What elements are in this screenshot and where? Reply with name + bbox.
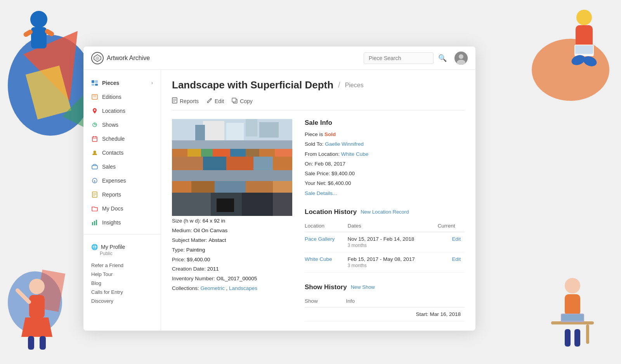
sidebar-item-insights[interactable]: Insights [83, 216, 161, 229]
medium-row: Medium: Oil On Canvas [172, 227, 292, 235]
refer-friend-link[interactable]: Refer a Friend [91, 261, 153, 270]
show-name-0 [305, 307, 346, 321]
svg-rect-81 [259, 149, 275, 157]
sold-to-row: Sold To: Gaelle Winnifred [305, 140, 465, 148]
location-edit-1[interactable]: Edit [452, 256, 461, 262]
sidebar-item-shows[interactable]: Shows [83, 118, 161, 132]
type-row: Type: Painting [172, 247, 292, 254]
sidebar-item-schedule[interactable]: Schedule [83, 132, 161, 146]
svg-rect-39 [95, 84, 98, 86]
new-location-link[interactable]: New Location Record [361, 209, 409, 215]
profile-name[interactable]: 🌐 My Profile [91, 244, 153, 250]
profile-section: 🌐 My Profile Public [91, 244, 153, 256]
net-label: Your Net: [305, 180, 326, 186]
sidebar-item-pieces[interactable]: Pieces › [83, 76, 161, 90]
svg-marker-20 [21, 317, 52, 337]
svg-rect-6 [36, 270, 65, 312]
sidebar-item-mydocs[interactable]: My Docs [83, 202, 161, 216]
size-value: 64 x 92 in [203, 218, 226, 224]
chevron-icon: › [151, 80, 153, 86]
artwork-image[interactable] [172, 119, 292, 216]
user-avatar[interactable] [454, 52, 468, 65]
col-show: Show [305, 295, 346, 307]
svg-rect-57 [92, 222, 93, 225]
reports-button[interactable]: Reports [172, 97, 199, 105]
svg-rect-72 [259, 122, 279, 138]
sidebar-bottom: 🌐 My Profile Public Refer a Friend Help … [83, 239, 161, 310]
svg-point-34 [459, 54, 463, 59]
blog-link[interactable]: Blog [91, 279, 153, 288]
search-input[interactable] [364, 52, 434, 64]
insights-icon [91, 219, 98, 226]
col-current: Current [437, 220, 465, 232]
from-location-link[interactable]: White Cube [341, 151, 369, 157]
svg-rect-77 [201, 149, 213, 157]
svg-rect-14 [575, 45, 593, 54]
sidebar-label-locations: Locations [102, 108, 125, 114]
sidebar-label-expenses: Expenses [102, 178, 126, 184]
svg-marker-32 [95, 56, 99, 60]
schedule-icon [91, 135, 98, 142]
subject-row: Subject Matter: Abstact [172, 237, 292, 244]
edit-button[interactable]: Edit [206, 98, 224, 105]
location-history-header: Location History New Location Record [305, 208, 465, 216]
svg-rect-76 [187, 149, 201, 157]
sidebar-item-reports[interactable]: Reports [83, 188, 161, 202]
table-row: Pace Gallery Nov 15, 2017 - Feb 14, 2018… [305, 232, 465, 252]
svg-rect-22 [40, 336, 46, 350]
svg-rect-38 [92, 84, 94, 86]
page-header: Landscape with Superficial Depth / Piece… [172, 79, 465, 91]
location-link-pace[interactable]: Pace Gallery [305, 236, 335, 242]
breadcrumb-separator: / [338, 81, 340, 90]
location-edit-0[interactable]: Edit [452, 236, 461, 242]
sale-details-link[interactable]: Sale Details... [305, 190, 337, 196]
svg-point-49 [94, 151, 96, 154]
browser-window: Artwork Archive 🔍 [83, 47, 475, 331]
sidebar-label-contacts: Contacts [102, 150, 123, 156]
size-row: Size (h w d): 64 x 92 in [172, 217, 292, 225]
svg-rect-26 [586, 324, 589, 344]
discovery-link[interactable]: Discovery [91, 297, 153, 305]
svg-rect-71 [246, 119, 257, 136]
search-button[interactable]: 🔍 [437, 52, 448, 64]
sold-to-link[interactable]: Gaelle Winnifred [325, 141, 364, 147]
sidebar: Pieces › Editions [83, 70, 161, 331]
svg-line-19 [17, 290, 29, 302]
sidebar-item-contacts[interactable]: Contacts [83, 146, 161, 160]
collection-landscapes[interactable]: Landscapes [229, 285, 257, 291]
reports-action-label: Reports [180, 98, 199, 104]
collection-geometric[interactable]: Geometric [201, 285, 225, 291]
svg-rect-90 [191, 181, 215, 193]
new-show-link[interactable]: New Show [351, 284, 375, 290]
svg-rect-94 [172, 193, 211, 216]
svg-rect-69 [203, 121, 224, 140]
sidebar-label-pieces: Pieces [102, 80, 119, 86]
svg-rect-87 [273, 157, 292, 170]
sidebar-item-locations[interactable]: Locations [83, 104, 161, 118]
svg-rect-50 [92, 166, 97, 169]
copy-button[interactable]: Copy [232, 98, 253, 105]
sidebar-item-sales[interactable]: Sales [83, 160, 161, 174]
svg-rect-93 [273, 181, 292, 193]
svg-point-43 [94, 109, 95, 111]
sale-price-label: Sale Price: [305, 171, 330, 176]
date-value: Feb 08, 2017 [315, 161, 346, 167]
edit-icon [206, 98, 212, 105]
editions-icon [91, 93, 98, 100]
svg-point-15 [570, 53, 586, 67]
svg-rect-12 [576, 25, 593, 48]
location-link-whitecube[interactable]: White Cube [305, 256, 332, 262]
calls-entry-link[interactable]: Calls for Entry [91, 288, 153, 297]
help-tour-link[interactable]: Help Tour [91, 270, 153, 279]
sale-info-title: Sale Info [305, 119, 465, 127]
svg-point-0 [8, 35, 93, 136]
net-value: $6,400.00 [328, 180, 351, 186]
svg-rect-96 [242, 193, 273, 216]
svg-point-4 [532, 39, 609, 101]
svg-point-16 [582, 55, 598, 68]
medium-value: Oil On Canvas [194, 228, 228, 233]
sale-price-value: $9,400.00 [331, 171, 355, 176]
copy-icon [232, 98, 238, 105]
sidebar-item-editions[interactable]: Editions [83, 90, 161, 104]
sidebar-item-expenses[interactable]: $ Expenses [83, 174, 161, 188]
